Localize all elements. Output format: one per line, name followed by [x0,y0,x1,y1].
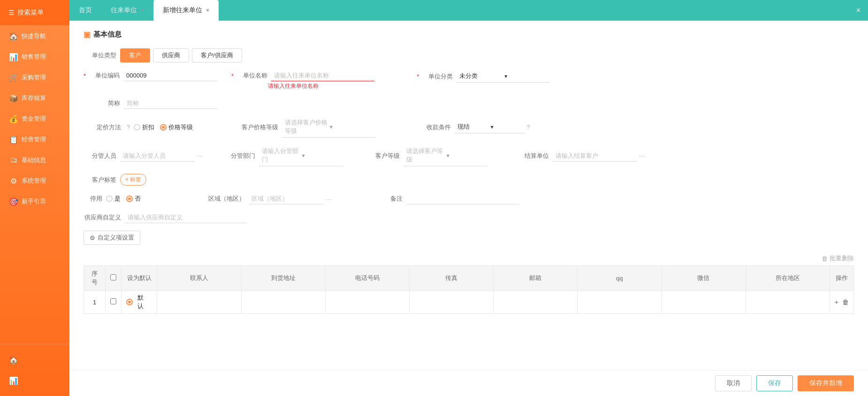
tab-new-partner[interactable]: 新增往来单位 × [153,0,219,21]
settlement-input[interactable] [553,150,637,162]
sidebar-item-sales[interactable]: 📊销售管理 [3,47,67,67]
customer-level-select[interactable]: 请选择客户等级 ▼ [404,145,488,166]
payment-select[interactable]: 现结 ▼ [455,121,525,133]
sidebar-item-guide[interactable]: 🎯新手引导 [3,192,67,211]
manager-input[interactable] [120,150,195,162]
sidebar-search-label: 搜索菜单 [17,8,44,17]
sidebar-item-home-bottom[interactable]: 🏠 [3,350,67,370]
settlement-more-btn[interactable]: ··· [639,152,646,159]
cancel-button[interactable]: 取消 [715,375,752,391]
sales-icon: 📊 [8,52,19,62]
sidebar-item-label-sales: 销售管理 [22,53,46,61]
region-input[interactable] [249,193,324,204]
row-default: 默认 [122,291,157,314]
field-customer-level: 客户等级 请选择客户等级 ▼ [372,145,488,166]
sidebar-item-label-guide: 新手引导 [22,197,46,206]
region-more-btn[interactable]: ··· [326,195,332,202]
sidebar-item-label-system: 系统管理 [22,177,46,185]
row-checkbox[interactable] [110,298,116,304]
row-email-input[interactable] [502,299,569,306]
row-fax[interactable] [409,291,493,314]
row-wechat-input[interactable] [670,299,737,306]
field-remark: 备注 [384,193,519,204]
row-region[interactable] [746,291,830,314]
row-delete-button[interactable]: 🗑 [842,298,849,306]
payment-value: 现结 [457,123,490,131]
row-region-input[interactable] [754,299,821,306]
pricing-radio-level-label: 价格等级 [168,123,193,132]
type-btn-both[interactable]: 客户/供应商 [192,48,242,62]
pricing-radio-level[interactable]: 价格等级 [160,123,193,132]
region-label: 区域（地区） [207,194,245,203]
sidebar-item-finance[interactable]: 💰资金管理 [3,109,67,129]
row-qq[interactable] [578,291,662,314]
manager-more-btn[interactable]: ··· [197,152,204,159]
row-phone-input[interactable] [334,299,401,306]
customer-level-placeholder: 请选择客户等级 [406,147,446,164]
category-select[interactable]: 未分类 ▼ [457,70,550,83]
row-fax-input[interactable] [418,299,485,306]
th-col-0: 序号 [84,266,106,291]
row-phone[interactable] [325,291,409,314]
department-label: 分管部门 [227,152,255,160]
row-address-input[interactable] [250,299,316,306]
code-input[interactable] [123,70,217,81]
disabled-yes-circle [106,195,113,202]
name-input[interactable] [271,70,374,81]
supplier-custom-input[interactable] [125,212,247,223]
row-contact[interactable] [157,291,241,314]
pricing-radio-discount[interactable]: 折扣 [134,123,154,132]
shortname-input[interactable] [124,98,218,109]
sidebar-item-system[interactable]: ⚙系统管理 [3,171,67,191]
batch-delete-label: 批量删除 [830,254,854,263]
search-icon: ☰ [8,9,15,16]
row-wechat[interactable] [662,291,746,314]
tab-partners-close[interactable]: × [141,7,144,14]
row-address[interactable] [241,291,325,314]
th-col-6: 传真 [409,266,493,291]
payment-help-icon[interactable]: ? [527,124,530,131]
sidebar-item-label-finance: 资金管理 [22,115,46,123]
window-close-button[interactable]: × [849,6,868,15]
sidebar-search[interactable]: ☰ 搜索菜单 [0,5,69,21]
sidebar-item-basic[interactable]: 🗂基础信息 [3,150,67,170]
department-select[interactable]: 请输入分管部门 ▼ [259,145,343,166]
field-settlement: 结算单位 ··· [516,150,646,162]
add-tag-button[interactable]: + 标签 [120,174,146,186]
row-contact-input[interactable] [166,299,232,306]
sidebar-item-inventory[interactable]: 📦库存核算 [3,88,67,108]
tab-home[interactable]: 首页 [69,0,101,21]
th-col-8: qq [578,266,662,291]
tab-new-partner-close[interactable]: × [206,7,209,14]
custom-settings-button[interactable]: ⚙ 自定义项设置 [84,231,140,245]
contacts-table: 序号设为默认联系人到货地址电话号码传真邮箱qq微信所在地区操作 1 默认 [84,265,854,314]
remark-input[interactable] [406,193,519,204]
customer-price-select[interactable]: 请选择客户价格等级 ▼ [282,116,376,138]
row-qq-input[interactable] [586,299,653,306]
row-check[interactable] [106,291,122,314]
save-button[interactable]: 保存 [756,375,793,391]
row-email[interactable] [493,291,577,314]
disabled-radio-yes[interactable]: 是 [106,194,121,203]
sidebar-item-ops[interactable]: 📋经营管理 [3,130,67,149]
save-and-new-button[interactable]: 保存并新增 [798,375,854,391]
type-btn-customer[interactable]: 客户 [120,48,150,62]
sidebar-item-label-ops: 经营管理 [22,135,46,144]
row-disabled-region: 停用 是 否 区域（地区） ··· 备注 [84,193,854,204]
row-supplier-custom: 供应商自定义 [84,212,854,223]
sidebar-item-quick-nav[interactable]: 🏠快捷导航 [3,26,67,46]
pricing-radio-level-circle [160,124,167,131]
pricing-help-icon[interactable]: ? [127,124,130,131]
disabled-radio-no[interactable]: 否 [126,194,141,203]
field-name: * 单位名称 请输入往来单位名称 [231,70,374,90]
row-add-button[interactable]: + [835,298,838,306]
sidebar-item-purchase[interactable]: 🛒采购管理 [3,68,67,87]
batch-delete-button[interactable]: 🗑 批量删除 [822,254,854,263]
disabled-no-label: 否 [135,194,141,203]
type-btn-supplier[interactable]: 供应商 [153,48,189,62]
sidebar-item-stats-bottom[interactable]: 📊 [3,371,67,390]
row-default-radio[interactable]: 默认 [126,294,146,311]
customer-price-label: 客户价格等级 [236,123,278,132]
tab-partners[interactable]: 往来单位 × [101,0,153,21]
select-all-checkbox[interactable] [110,274,116,280]
